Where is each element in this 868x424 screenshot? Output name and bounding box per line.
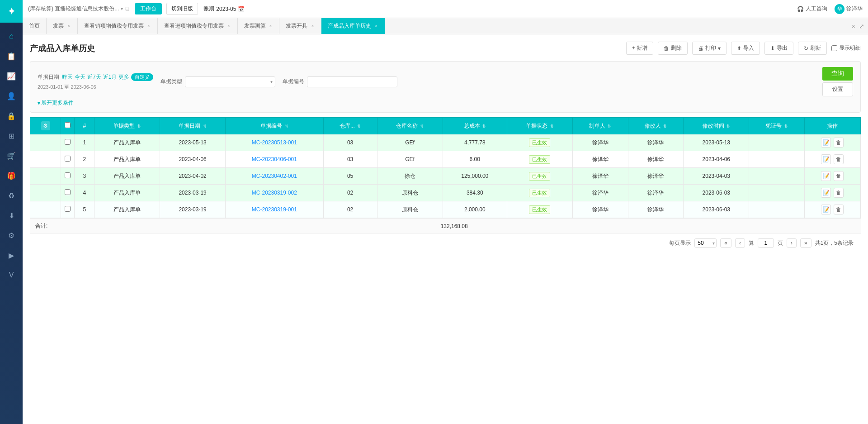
edit-row-button[interactable]: 📝 [821, 138, 831, 148]
show-detail-input[interactable] [831, 45, 837, 51]
tab-close-icon[interactable]: × [374, 24, 378, 29]
user-menu[interactable]: 华 徐泽华 [835, 4, 863, 14]
sidebar-icon-chart[interactable]: 📈 [2, 67, 20, 85]
row-checkbox[interactable] [65, 139, 71, 145]
last-page-button[interactable]: » [800, 238, 811, 248]
sidebar-icon-v[interactable]: V [2, 266, 20, 284]
voucher-column-header[interactable]: 凭证号 ⇅ [749, 118, 805, 134]
set-button[interactable]: 设置 [822, 82, 853, 96]
type-column-header[interactable]: 单据类型 ⇅ [94, 118, 160, 134]
tab-invoice-calc[interactable]: 发票测算 × [238, 18, 280, 34]
checkbox-cell[interactable] [61, 168, 75, 185]
checkbox-cell[interactable] [61, 201, 75, 218]
tab-invoice[interactable]: 发票 × [47, 18, 78, 34]
expand-more-button[interactable]: ▾ 展开更多条件 [38, 99, 853, 107]
tab-close-icon[interactable]: × [146, 24, 151, 29]
calendar-icon[interactable]: 📅 [238, 6, 245, 12]
search-button[interactable]: 查询 [822, 67, 853, 81]
select-all-checkbox[interactable] [65, 122, 71, 128]
checkbox-column-header[interactable] [61, 118, 75, 134]
delete-row-button[interactable]: 🗑 [834, 154, 844, 164]
type-select[interactable]: 产品入库单 [185, 76, 275, 87]
date-link-1month[interactable]: 近1月 [103, 73, 117, 81]
sidebar-icon-download[interactable]: ⬇ [2, 206, 20, 224]
number-cell[interactable]: MC-20230319-001 [226, 201, 324, 218]
export-button[interactable]: ⬇ 导出 [764, 42, 793, 55]
tab-close-icon[interactable]: × [226, 24, 231, 29]
row-checkbox[interactable] [65, 189, 71, 195]
date-link-today[interactable]: 今天 [75, 73, 85, 81]
tab-home[interactable]: 首页 [23, 18, 47, 34]
date-link-more[interactable]: 更多 [118, 73, 129, 81]
checkbox-cell[interactable] [61, 151, 75, 168]
creator-column-header[interactable]: 制单人 ⇅ [572, 118, 628, 134]
delete-row-button[interactable]: 🗑 [834, 205, 844, 214]
tab-invoice-issue[interactable]: 发票开具 × [279, 18, 321, 34]
sidebar-icon-cart[interactable]: 🛒 [2, 147, 20, 165]
settings-column-header[interactable]: ⚙ [30, 118, 61, 134]
table-settings-icon[interactable]: ⚙ [41, 121, 50, 130]
number-column-header[interactable]: 单据编号 ⇅ [226, 118, 324, 134]
refresh-button[interactable]: ↻ 刷新 [798, 42, 827, 55]
number-filter-input[interactable] [307, 76, 397, 87]
row-checkbox[interactable] [65, 156, 71, 162]
sidebar-icon-home[interactable]: ⌂ [2, 27, 20, 45]
edit-row-button[interactable]: 📝 [821, 205, 831, 214]
modify-time-column-header[interactable]: 修改时间 ⇅ [684, 118, 749, 134]
tab-sales-invoice[interactable]: 查看销项增值税专用发票 × [78, 18, 158, 34]
import-button[interactable]: ⬆ 导入 [731, 42, 760, 55]
checkbox-cell[interactable] [61, 134, 75, 151]
number-cell[interactable]: MC-20230513-001 [226, 134, 324, 151]
sidebar-icon-gift[interactable]: 🎁 [2, 167, 20, 185]
status-column-header[interactable]: 单据状态 ⇅ [507, 118, 573, 134]
per-page-select[interactable]: 20 50 100 200 [694, 238, 717, 248]
delete-row-button[interactable]: 🗑 [834, 188, 844, 198]
modifier-column-header[interactable]: 修改人 ⇅ [628, 118, 684, 134]
workbench-button[interactable]: 工作台 [135, 3, 162, 14]
delete-row-button[interactable]: 🗑 [834, 138, 844, 148]
date-custom-tag[interactable]: 自定义 [131, 73, 153, 81]
delete-button[interactable]: 🗑 删除 [658, 42, 688, 55]
tab-close-icon[interactable]: × [310, 24, 315, 29]
warehouse-name-column-header[interactable]: 仓库名称 ⇅ [377, 118, 443, 134]
app-logo[interactable]: ✦ [0, 0, 23, 23]
prev-page-button[interactable]: ‹ [735, 238, 745, 248]
switch-version-button[interactable]: 切到旧版 [166, 3, 198, 15]
show-detail-checkbox[interactable]: 显示明细 [831, 44, 861, 52]
sidebar-icon-grid[interactable]: ⊞ [2, 127, 20, 145]
new-button[interactable]: + 新增 [626, 42, 653, 55]
delete-row-button[interactable]: 🗑 [834, 171, 844, 181]
row-checkbox[interactable] [65, 206, 71, 212]
print-button[interactable]: 🖨 打印 ▾ [692, 42, 726, 55]
edit-row-button[interactable]: 📝 [821, 171, 831, 181]
next-page-button[interactable]: › [787, 238, 797, 248]
sidebar-icon-settings[interactable]: ⚙ [2, 226, 20, 244]
date-link-7days[interactable]: 近7天 [87, 73, 101, 81]
checkbox-cell[interactable] [61, 185, 75, 201]
sidebar-icon-person[interactable]: 👤 [2, 87, 20, 105]
date-column-header[interactable]: 单据日期 ⇅ [160, 118, 226, 134]
tab-close-icon[interactable]: × [269, 24, 273, 29]
total-cost-column-header[interactable]: 总成本 ⇅ [443, 118, 507, 134]
close-all-icon[interactable]: × [852, 23, 855, 30]
date-link-yesterday[interactable]: 昨天 [62, 73, 73, 81]
sidebar-icon-document[interactable]: 📋 [2, 47, 20, 65]
number-cell[interactable]: MC-20230406-001 [226, 151, 324, 168]
sidebar-icon-recycle[interactable]: ♻ [2, 186, 20, 205]
first-page-button[interactable]: « [720, 238, 731, 248]
page-number-input[interactable] [758, 238, 774, 248]
row-checkbox[interactable] [65, 172, 71, 178]
tab-close-icon[interactable]: × [66, 24, 71, 29]
edit-row-button[interactable]: 📝 [821, 154, 831, 164]
consult-button[interactable]: 🎧 人工咨询 [797, 5, 827, 13]
tab-product-inbound-history[interactable]: 产成品入库单历史 × [321, 18, 385, 34]
copy-icon[interactable]: ⧉ [125, 5, 129, 13]
expand-icon[interactable]: ⤢ [859, 23, 864, 30]
number-cell[interactable]: MC-20230402-001 [226, 168, 324, 185]
number-cell[interactable]: MC-20230319-002 [226, 185, 324, 201]
warehouse-code-column-header[interactable]: 仓库... ⇅ [323, 118, 377, 134]
sidebar-icon-shield[interactable]: 🔒 [2, 107, 20, 125]
edit-row-button[interactable]: 📝 [821, 188, 831, 198]
tab-purchase-invoice[interactable]: 查看进项增值税专用发票 × [158, 18, 238, 34]
sidebar-icon-play[interactable]: ▶ [2, 246, 20, 264]
